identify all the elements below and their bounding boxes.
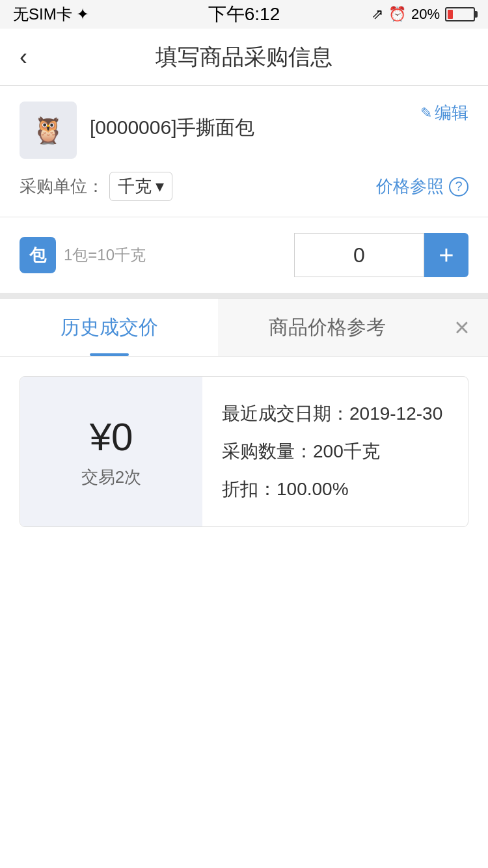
- tab-history-price-label: 历史成交价: [61, 314, 158, 341]
- status-bar: 无SIM卡 ✦ 下午6:12 ⇗ ⏰ 20%: [0, 0, 488, 29]
- product-card: 🦉 [0000006]手撕面包 ✎ 编辑 采购单位： 千克 ▾ 价格参照 ?: [0, 86, 488, 217]
- product-header: 🦉 [0000006]手撕面包 ✎ 编辑: [20, 102, 468, 159]
- edit-icon: ✎: [420, 105, 432, 122]
- tab-indicator: [90, 353, 129, 356]
- discount-row: 折扣：100.00%: [222, 476, 448, 503]
- alarm-icon: ⏰: [388, 6, 406, 23]
- tabs-row: 历史成交价 商品价格参考 ×: [0, 299, 488, 357]
- help-icon: ?: [449, 177, 468, 197]
- product-name: [0000006]手撕面包: [90, 115, 254, 141]
- navigation-icon: ⇗: [372, 6, 383, 23]
- page-title: 填写商品采购信息: [156, 42, 332, 72]
- quantity-row-detail: 采购数量：200千克: [222, 438, 448, 465]
- tab-history-price[interactable]: 历史成交价: [0, 299, 218, 356]
- chevron-down-icon: ▾: [156, 176, 164, 197]
- carrier-text: 无SIM卡 ✦: [13, 4, 89, 25]
- unit-selector-group: 采购单位： 千克 ▾: [20, 172, 172, 201]
- status-time: 下午6:12: [208, 2, 280, 27]
- close-panel-button[interactable]: ×: [436, 299, 488, 356]
- edit-button[interactable]: ✎ 编辑: [420, 102, 468, 124]
- back-button[interactable]: ‹: [20, 44, 27, 71]
- quantity-input[interactable]: [294, 233, 424, 277]
- discount-label: 折扣：: [222, 479, 277, 499]
- quantity-control: +: [294, 233, 468, 277]
- unit-select-dropdown[interactable]: 千克 ▾: [109, 172, 172, 201]
- quantity-label: 采购数量：: [222, 441, 313, 461]
- recent-date-row: 最近成交日期：2019-12-30: [222, 400, 448, 427]
- recent-date-value: 2019-12-30: [349, 403, 442, 424]
- quantity-value: 200千克: [313, 441, 380, 461]
- price-right-panel: 最近成交日期：2019-12-30 采购数量：200千克 折扣：100.00%: [202, 377, 468, 526]
- quantity-plus-button[interactable]: +: [424, 233, 468, 277]
- rest-area: [0, 547, 488, 868]
- recent-date-label: 最近成交日期：: [222, 403, 349, 424]
- product-thumbnail: 🦉: [20, 102, 77, 159]
- status-carrier: 无SIM卡 ✦: [13, 4, 89, 25]
- price-amount: ¥0: [90, 414, 133, 459]
- price-times: 交易2次: [81, 466, 141, 489]
- battery-icon: [445, 7, 475, 21]
- product-unit-row: 采购单位： 千克 ▾ 价格参照 ?: [20, 172, 468, 201]
- price-card: ¥0 交易2次 最近成交日期：2019-12-30 采购数量：200千克 折扣：…: [20, 376, 468, 527]
- battery-fill: [448, 10, 453, 19]
- product-left: 🦉 [0000006]手撕面包: [20, 102, 254, 159]
- price-left-panel: ¥0 交易2次: [20, 377, 202, 526]
- unit-label: 采购单位：: [20, 175, 104, 198]
- discount-value: 100.00%: [277, 479, 349, 499]
- quantity-row: 包 1包=10千克 +: [0, 217, 488, 298]
- battery-percent: 20%: [411, 6, 440, 23]
- tab-product-price-ref-label: 商品价格参考: [269, 314, 386, 341]
- product-owl-icon: 🦉: [32, 115, 64, 146]
- nav-bar: ‹ 填写商品采购信息: [0, 29, 488, 86]
- unit-badge: 包: [20, 237, 56, 273]
- edit-label: 编辑: [435, 102, 468, 124]
- bottom-panel: 历史成交价 商品价格参考 × ¥0 交易2次 最近成交日期：2019-12-30…: [0, 298, 488, 547]
- unit-conversion: 1包=10千克: [64, 245, 146, 265]
- history-price-content: ¥0 交易2次 最近成交日期：2019-12-30 采购数量：200千克 折扣：…: [0, 357, 488, 547]
- unit-info: 包 1包=10千克: [20, 237, 146, 273]
- status-right-group: ⇗ ⏰ 20%: [372, 6, 475, 23]
- price-ref-label: 价格参照: [376, 175, 444, 198]
- tab-product-price-ref[interactable]: 商品价格参考: [218, 299, 436, 356]
- unit-value: 千克: [118, 175, 152, 198]
- close-icon: ×: [454, 313, 469, 342]
- price-reference-button[interactable]: 价格参照 ?: [376, 175, 468, 198]
